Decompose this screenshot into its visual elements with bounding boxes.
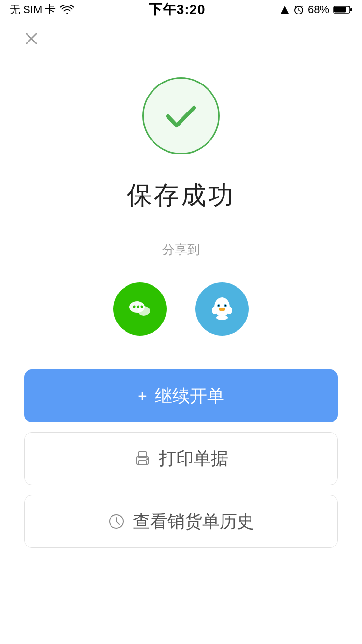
svg-point-23 [146,458,148,460]
svg-point-15 [224,305,226,306]
qq-share-button[interactable] [195,282,249,336]
svg-rect-3 [334,7,346,13]
svg-point-18 [226,307,232,314]
print-icon [134,450,151,467]
status-left: 无 SIM 卡 [10,2,74,17]
history-icon [108,513,125,530]
status-right: 68% [280,3,352,16]
print-label: 打印单据 [159,447,228,471]
svg-rect-2 [350,8,352,11]
continue-order-button[interactable]: + 继续开单 [24,369,338,422]
divider-line-left [29,250,153,250]
wechat-share-button[interactable] [113,282,167,336]
svg-point-17 [212,307,218,314]
share-icons-container [113,282,249,336]
svg-point-16 [219,308,225,311]
history-button[interactable]: 查看销货单历史 [24,495,338,548]
wifi-icon [60,5,74,14]
svg-point-10 [140,305,143,308]
alarm-icon [293,4,304,15]
svg-point-14 [218,305,219,306]
status-time: 下午3:20 [149,0,206,19]
svg-point-19 [216,315,228,320]
share-divider: 分享到 [0,241,362,258]
close-button[interactable] [19,27,43,51]
success-icon-circle [142,77,220,154]
success-title: 保存成功 [127,179,235,212]
action-buttons-container: + 继续开单 打印单据 查看销货单历史 [0,369,362,548]
no-sim-text: 无 SIM 卡 [10,2,56,17]
history-label: 查看销货单历史 [133,510,254,533]
divider-line-right [209,250,333,250]
divider-label: 分享到 [153,241,209,258]
status-bar: 无 SIM 卡 下午3:20 68% [0,0,362,19]
main-content: 保存成功 分享到 [0,19,362,548]
svg-rect-22 [139,461,146,464]
svg-point-11 [214,297,230,317]
svg-point-9 [137,305,139,308]
battery-percentage: 68% [308,3,329,16]
continue-order-label: 继续开单 [155,384,224,408]
svg-point-8 [133,305,135,308]
plus-icon: + [138,387,147,406]
battery-icon [333,5,352,14]
print-button[interactable]: 打印单据 [24,432,338,485]
location-icon [280,5,290,14]
svg-point-7 [138,306,150,316]
